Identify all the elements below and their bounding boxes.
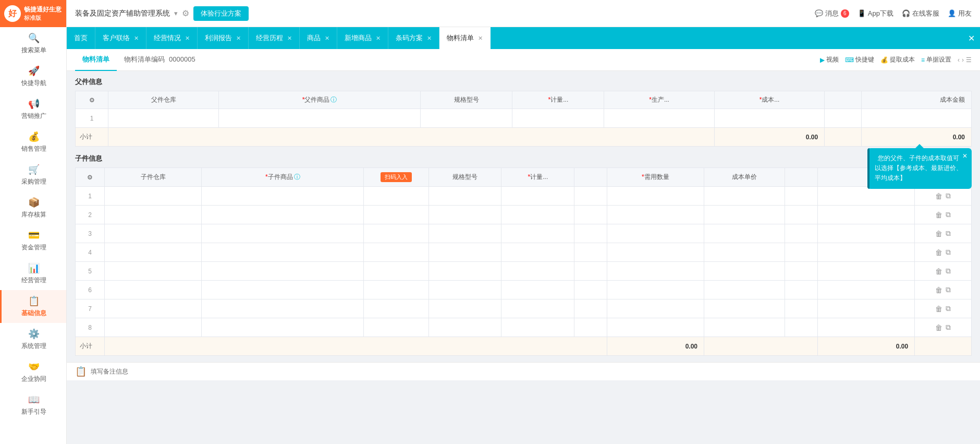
child-row-product-7[interactable]	[202, 299, 364, 318]
sidebar-item-enterprise[interactable]: 🤝企业协同	[0, 356, 66, 389]
trial-button[interactable]: 体验行业方案	[193, 6, 249, 21]
nav-tab-0[interactable]: 首页	[67, 27, 95, 49]
online-service-btn[interactable]: 🎧 在线客服	[902, 9, 939, 18]
settings-icon[interactable]: ⚙	[182, 8, 189, 18]
nav-tab-6[interactable]: 新增商品✕	[337, 27, 388, 49]
nav-tab-2[interactable]: 经营情况✕	[146, 27, 198, 49]
child-row-spec-4[interactable]	[428, 243, 501, 262]
child-delete-icon-4[interactable]: 🗑	[935, 248, 942, 257]
nav-tab-close-2[interactable]: ✕	[185, 35, 190, 42]
child-row-unit-cost-8[interactable]	[704, 318, 785, 337]
child-row-spec-8[interactable]	[428, 318, 501, 337]
child-row-product-3[interactable]	[202, 224, 364, 243]
child-row-spec-7[interactable]	[428, 299, 501, 318]
child-row-warehouse-6[interactable]	[104, 281, 202, 299]
child-copy-icon-3[interactable]: ⧉	[946, 229, 951, 238]
sub-tab-bill-list[interactable]: 物料清单	[75, 49, 117, 71]
nav-tab-4[interactable]: 经营历程✕	[249, 27, 300, 49]
child-copy-icon-8[interactable]: ⧉	[946, 323, 951, 332]
child-row-unit-5[interactable]	[501, 262, 574, 281]
child-row-unit-7[interactable]	[501, 299, 574, 318]
child-delete-icon-2[interactable]: 🗑	[935, 211, 942, 219]
action-bill-settings[interactable]: ≡ 单据设置	[921, 55, 951, 64]
child-row-scan-4[interactable]	[364, 243, 428, 262]
child-copy-icon-5[interactable]: ⧉	[946, 267, 951, 275]
child-copy-icon-7[interactable]: ⧉	[946, 304, 951, 313]
child-row-unit-4[interactable]	[501, 243, 574, 262]
child-row-unit-1[interactable]	[501, 187, 574, 206]
child-delete-icon-7[interactable]: 🗑	[935, 305, 942, 313]
sidebar-item-basic[interactable]: 📋基础信息	[0, 290, 66, 323]
child-row-spec-1[interactable]	[428, 187, 501, 206]
nav-tab-7[interactable]: 条码方案✕	[388, 27, 439, 49]
child-row-unit-2[interactable]	[501, 206, 574, 224]
child-row-product-4[interactable]	[202, 243, 364, 262]
next-icon[interactable]: ›	[962, 56, 964, 64]
parent-row-spec[interactable]	[421, 109, 512, 128]
nav-tab-close-5[interactable]: ✕	[325, 35, 329, 42]
child-row-qty-8[interactable]	[607, 318, 704, 337]
user-avatar-btn[interactable]: 👤 用友	[948, 9, 972, 18]
nav-tab-1[interactable]: 客户联络✕	[95, 27, 146, 49]
child-row-scan-1[interactable]	[364, 187, 428, 206]
child-row-scan-8[interactable]	[364, 318, 428, 337]
child-row-product-2[interactable]	[202, 206, 364, 224]
sidebar-item-system[interactable]: ⚙️系统管理	[0, 323, 66, 356]
nav-tab-3[interactable]: 利润报告✕	[198, 27, 249, 49]
child-row-unit-8[interactable]	[501, 318, 574, 337]
nav-tab-close-4[interactable]: ✕	[287, 35, 292, 42]
child-row-unit-3[interactable]	[501, 224, 574, 243]
nav-tab-close-6[interactable]: ✕	[376, 35, 381, 42]
child-row-unit-6[interactable]	[501, 281, 574, 299]
child-row-qty-7[interactable]	[607, 299, 704, 318]
parent-row-product[interactable]	[218, 109, 420, 128]
child-copy-icon-2[interactable]: ⧉	[946, 210, 951, 219]
more-icon[interactable]: ☰	[966, 56, 972, 64]
child-row-unit-cost-1[interactable]	[704, 187, 785, 206]
child-copy-icon-1[interactable]: ⧉	[946, 191, 951, 200]
close-all-tabs-btn[interactable]: ✕	[963, 33, 980, 43]
message-btn[interactable]: 💬 消息 6	[815, 9, 849, 18]
child-delete-icon-1[interactable]: 🗑	[935, 192, 942, 200]
child-copy-icon-4[interactable]: ⧉	[946, 248, 951, 257]
child-row-warehouse-3[interactable]	[104, 224, 202, 243]
parent-row-unit[interactable]	[512, 109, 604, 128]
app-download-btn[interactable]: 📱 App下载	[858, 9, 893, 18]
nav-tab-close-7[interactable]: ✕	[427, 35, 432, 42]
sidebar-item-sales[interactable]: 💰销售管理	[0, 126, 66, 159]
child-col-scan[interactable]: 扫码入入	[364, 168, 428, 187]
action-extract-cost[interactable]: 💰 提取成本	[880, 55, 915, 64]
child-row-warehouse-4[interactable]	[104, 243, 202, 262]
child-copy-icon-6[interactable]: ⧉	[946, 285, 951, 294]
child-row-unit-cost-6[interactable]	[704, 281, 785, 299]
sidebar-item-inventory[interactable]: 📦库存核算	[0, 191, 66, 224]
child-row-qty-1[interactable]	[607, 187, 704, 206]
child-row-unit-cost-2[interactable]	[704, 206, 785, 224]
child-delete-icon-5[interactable]: 🗑	[935, 267, 942, 275]
nav-tab-close-8[interactable]: ✕	[478, 35, 483, 42]
child-row-scan-5[interactable]	[364, 262, 428, 281]
child-row-warehouse-1[interactable]	[104, 187, 202, 206]
child-row-unit-cost-4[interactable]	[704, 243, 785, 262]
parent-col-settings[interactable]: ⚙	[76, 91, 108, 109]
child-row-product-6[interactable]	[202, 281, 364, 299]
child-row-qty-4[interactable]	[607, 243, 704, 262]
child-row-scan-3[interactable]	[364, 224, 428, 243]
action-video[interactable]: ▶ 视频	[820, 55, 839, 64]
sidebar-item-purchase[interactable]: 🛒采购管理	[0, 159, 66, 191]
child-row-qty-3[interactable]	[607, 224, 704, 243]
child-row-product-5[interactable]	[202, 262, 364, 281]
nav-tab-close-3[interactable]: ✕	[236, 35, 241, 42]
tooltip-close-icon[interactable]: ✕	[962, 151, 967, 161]
child-row-unit-cost-7[interactable]	[704, 299, 785, 318]
child-row-warehouse-8[interactable]	[104, 318, 202, 337]
child-delete-icon-6[interactable]: 🗑	[935, 286, 942, 294]
sidebar-item-search[interactable]: 🔍搜索菜单	[0, 27, 66, 60]
parent-row-cost[interactable]	[714, 109, 824, 128]
child-delete-icon-3[interactable]: 🗑	[935, 230, 942, 238]
child-row-qty-6[interactable]	[607, 281, 704, 299]
child-row-warehouse-2[interactable]	[104, 206, 202, 224]
action-shortcut[interactable]: ⌨ 快捷键	[845, 55, 874, 64]
parent-row-warehouse[interactable]	[108, 109, 218, 128]
sidebar-item-ops[interactable]: 📊经营管理	[0, 257, 66, 290]
